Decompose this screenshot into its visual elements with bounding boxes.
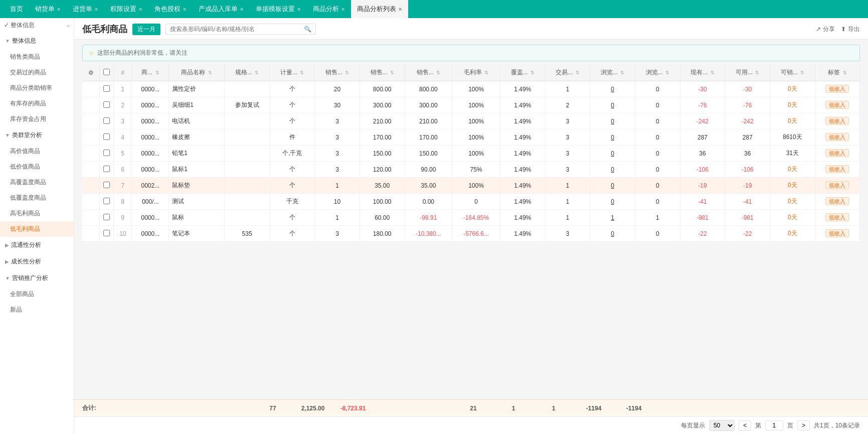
nav-template[interactable]: 单据模板设置 ✕ xyxy=(250,0,307,18)
row-settings[interactable] xyxy=(82,81,100,97)
sidebar-item-high-value[interactable]: 高价值商品 xyxy=(0,143,74,159)
row-checkbox[interactable] xyxy=(100,226,114,242)
col-salable[interactable]: 可销... ⇅ xyxy=(770,64,815,81)
row-settings[interactable] xyxy=(82,129,100,146)
close-icon[interactable]: ✕ xyxy=(240,7,244,12)
row-settings[interactable] xyxy=(82,226,100,242)
main-layout: ✓ 整体信息 « ▼ 整体信息 销售类商品 交易过的商品 商品分类助销率 有库存… xyxy=(0,18,868,434)
row-view2: 0 xyxy=(635,146,680,162)
next-page-button[interactable]: > xyxy=(797,420,810,430)
prev-page-button[interactable]: < xyxy=(739,420,751,430)
row-checkbox[interactable] xyxy=(100,146,114,162)
row-settings[interactable] xyxy=(82,146,100,162)
close-icon[interactable]: ✕ xyxy=(341,7,345,12)
row-checkbox[interactable] xyxy=(100,81,114,97)
nav-permission[interactable]: 权限设置 ✕ xyxy=(104,0,148,18)
table-row: 10 0000... 笔记本 535 个 3 180.00 -10,380...… xyxy=(82,226,860,242)
page-size-select[interactable]: 50 20 100 xyxy=(709,420,735,431)
row-checkbox[interactable] xyxy=(100,210,114,226)
row-sale-amount: 120.00 xyxy=(360,162,405,178)
row-settings[interactable] xyxy=(82,97,100,113)
row-coverage: 1.49% xyxy=(500,210,545,226)
page-number-input[interactable] xyxy=(765,420,783,430)
nav-sales[interactable]: 销货单 ✕ xyxy=(29,0,67,18)
col-code[interactable]: 商... ⇅ xyxy=(132,64,169,81)
close-icon[interactable]: ✕ xyxy=(138,7,142,12)
sidebar-item-category-rate[interactable]: 商品分类助销率 xyxy=(0,80,74,96)
col-view2[interactable]: 浏览... ⇅ xyxy=(635,64,680,81)
close-icon[interactable]: ✕ xyxy=(57,7,61,12)
row-checkbox[interactable] xyxy=(100,113,114,129)
sidebar-item-sales-products[interactable]: 销售类商品 xyxy=(0,49,74,65)
sidebar-group-growth[interactable]: ▶ 成长性分析 xyxy=(0,253,74,270)
close-icon[interactable]: ✕ xyxy=(398,7,402,12)
export-button[interactable]: ⬆ 导出 xyxy=(841,25,860,34)
row-settings[interactable] xyxy=(82,162,100,178)
row-view2: 0 xyxy=(635,162,680,178)
col-select-all[interactable] xyxy=(100,64,114,81)
col-trade[interactable]: 交易... ⇅ xyxy=(545,64,590,81)
sidebar-item-high-margin[interactable]: 高毛利商品 xyxy=(0,206,74,221)
sidebar-item-traded-products[interactable]: 交易过的商品 xyxy=(0,65,74,80)
close-icon[interactable]: ✕ xyxy=(183,7,187,12)
col-name[interactable]: 商品名称 ⇅ xyxy=(169,64,225,81)
nav-product-analysis-list[interactable]: 商品分析列表 ✕ xyxy=(351,0,408,18)
sidebar-item-low-value[interactable]: 低价值商品 xyxy=(0,159,74,175)
col-sale-profit[interactable]: 销售... ⇅ xyxy=(405,64,452,81)
row-number: 4 xyxy=(114,129,132,146)
row-gross-rate: -5766.6... xyxy=(452,226,500,242)
sidebar-item-low-margin[interactable]: 低毛利商品 xyxy=(0,221,74,237)
share-button[interactable]: ↗ 分享 xyxy=(816,25,835,34)
col-view1[interactable]: 浏览... ⇅ xyxy=(590,64,635,81)
col-unit[interactable]: 计量... ⇅ xyxy=(270,64,315,81)
col-tag[interactable]: 标签 ⇅ xyxy=(815,64,859,81)
row-view1: 1 xyxy=(590,210,635,226)
row-current: -41 xyxy=(680,194,725,210)
sidebar-item-all-products[interactable]: 全部商品 xyxy=(0,286,74,302)
col-sale-qty[interactable]: 销售... ⇅ xyxy=(315,64,360,81)
row-checkbox[interactable] xyxy=(100,178,114,194)
sidebar-item-high-coverage[interactable]: 高覆盖度商品 xyxy=(0,175,74,190)
row-settings[interactable] xyxy=(82,178,100,194)
collapse-icon[interactable]: « xyxy=(67,23,70,29)
sidebar-item-new-products[interactable]: 新品 xyxy=(0,302,74,318)
select-all-checkbox[interactable] xyxy=(103,69,110,75)
col-coverage[interactable]: 覆盖... ⇅ xyxy=(500,64,545,81)
row-checkbox[interactable] xyxy=(100,97,114,113)
col-gross-rate[interactable]: 毛利率 ⇅ xyxy=(452,64,500,81)
sidebar-group-cluster[interactable]: ▼ 类群堂分析 xyxy=(0,127,74,143)
row-settings[interactable] xyxy=(82,194,100,210)
sidebar-group-marketing[interactable]: ▼ 营销推广分析 xyxy=(0,270,74,286)
nav-product-analysis[interactable]: 商品分析 ✕ xyxy=(307,0,351,18)
row-checkbox[interactable] xyxy=(100,194,114,210)
col-sale-amount[interactable]: 销售... ⇅ xyxy=(360,64,405,81)
search-icon[interactable]: 🔍 xyxy=(304,26,311,33)
sidebar-group-overall[interactable]: ▼ 整体信息 xyxy=(0,33,74,49)
nav-purchase[interactable]: 进货单 ✕ xyxy=(67,0,104,18)
row-settings[interactable] xyxy=(82,210,100,226)
content-area: 低毛利商品 近一月 🔍 ↗ 分享 ⬆ 导出 ☆ 这部分商品的利润非常低，请关注 xyxy=(74,18,868,434)
col-current[interactable]: 现有... ⇅ xyxy=(680,64,725,81)
filter-recent-month[interactable]: 近一月 xyxy=(132,24,160,35)
col-no[interactable]: # xyxy=(114,64,132,81)
col-settings[interactable]: ⚙ xyxy=(82,64,100,81)
col-spec[interactable]: 规格... ⇅ xyxy=(224,64,270,81)
close-icon[interactable]: ✕ xyxy=(297,7,301,12)
share-icon: ↗ xyxy=(816,26,821,33)
sidebar-item-in-stock[interactable]: 有库存的商品 xyxy=(0,96,74,111)
col-available[interactable]: 可用... ⇅ xyxy=(725,64,770,81)
sidebar-item-low-coverage[interactable]: 低覆盖度商品 xyxy=(0,190,74,206)
row-settings[interactable] xyxy=(82,113,100,129)
sidebar-item-capital[interactable]: 库存资金占用 xyxy=(0,111,74,127)
row-checkbox[interactable] xyxy=(100,129,114,146)
sidebar-group-flow[interactable]: ▶ 流通性分析 xyxy=(0,237,74,253)
row-code: 0000... xyxy=(132,129,169,146)
nav-product-entry[interactable]: 产成品入库单 ✕ xyxy=(193,0,250,18)
search-input[interactable] xyxy=(170,26,302,33)
close-icon[interactable]: ✕ xyxy=(94,7,98,12)
row-gross-rate: 0 xyxy=(452,194,500,210)
row-tag: 低收入 xyxy=(815,97,859,113)
nav-role[interactable]: 角色授权 ✕ xyxy=(148,0,193,18)
nav-home[interactable]: 首页 xyxy=(4,0,29,18)
row-checkbox[interactable] xyxy=(100,162,114,178)
